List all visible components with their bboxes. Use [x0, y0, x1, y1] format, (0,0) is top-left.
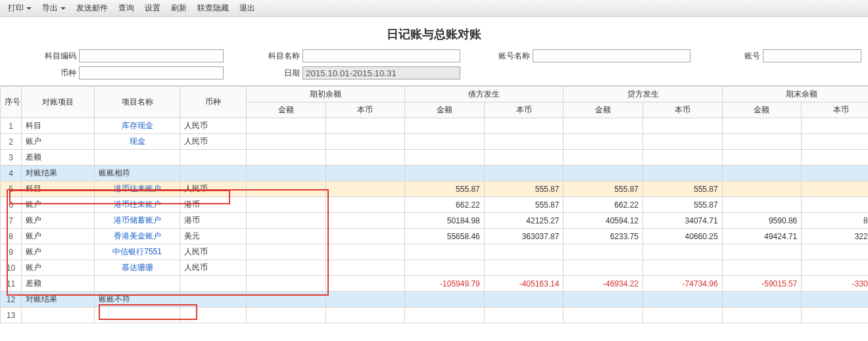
- cell: 9590.86: [722, 213, 802, 229]
- cell: 美元: [180, 229, 247, 244]
- cell: [246, 229, 326, 244]
- cell: 55658.46: [405, 229, 485, 244]
- reconcile-table: 序号 对账项目 项目名称 币种 期初余额 借方发生 贷方发生 期末余额 金额 本…: [0, 86, 868, 323]
- cell: 账户: [22, 260, 95, 276]
- project-link[interactable]: 港币储蓄账户: [99, 215, 176, 226]
- col-currency[interactable]: 币种: [180, 87, 247, 118]
- cell: [246, 134, 326, 150]
- col-item[interactable]: 对账项目: [22, 87, 95, 118]
- table-row[interactable]: 3差额: [1, 150, 869, 166]
- cell: [564, 260, 643, 276]
- col-debit[interactable]: 借方发生: [405, 87, 564, 102]
- col-debit-amount[interactable]: 金额: [405, 102, 485, 118]
- col-close[interactable]: 期末余额: [722, 87, 868, 102]
- cell: 555.87: [484, 197, 564, 213]
- cell: [802, 244, 868, 260]
- cell: 2: [1, 134, 22, 150]
- cell: [722, 307, 802, 323]
- cell: 8: [1, 229, 22, 244]
- project-link[interactable]: 库存现金: [99, 120, 176, 131]
- cell: 港币往来账户: [94, 181, 180, 197]
- col-open[interactable]: 期初余额: [246, 87, 404, 102]
- toolbar-发送邮件[interactable]: 发送邮件: [71, 0, 113, 16]
- toolbar-退出[interactable]: 退出: [234, 0, 260, 16]
- cell: 慕达珊珊: [94, 260, 180, 276]
- cell: 人民币: [180, 181, 247, 197]
- project-link[interactable]: 香港美金账户: [99, 231, 176, 242]
- toolbar-查询[interactable]: 查询: [113, 0, 139, 16]
- subject-name-input[interactable]: [302, 49, 460, 62]
- cell: 人民币: [180, 134, 247, 150]
- cell: [326, 276, 405, 292]
- account-no-input[interactable]: [763, 49, 861, 62]
- cell: [484, 150, 564, 166]
- cell: [326, 213, 405, 229]
- table-row[interactable]: 2账户现金人民币: [1, 134, 869, 150]
- cell: [802, 260, 868, 276]
- col-open-base[interactable]: 本币: [326, 102, 405, 118]
- table-row[interactable]: 6账户港币往来账户港币662.22555.87662.22555.87: [1, 197, 869, 213]
- table-row[interactable]: 9账户中信银行7551人民币: [1, 244, 869, 260]
- toolbar-导出[interactable]: 导出: [37, 0, 71, 16]
- table-row[interactable]: 4对账结果账账相符: [1, 166, 869, 181]
- col-credit[interactable]: 贷方发生: [564, 87, 722, 102]
- cell: [643, 260, 723, 276]
- table-row[interactable]: 13: [1, 307, 869, 323]
- cell: 账户: [22, 244, 95, 260]
- cell: [180, 307, 247, 323]
- col-seq[interactable]: 序号: [1, 87, 22, 118]
- cell: 香港美金账户: [94, 229, 180, 244]
- project-link[interactable]: 现金: [99, 136, 176, 147]
- cell: [802, 292, 868, 307]
- table-row[interactable]: 1科目库存现金人民币: [1, 118, 869, 134]
- table-row[interactable]: 11差额-105949.79-405163.14-46934.22-74734.…: [1, 276, 869, 292]
- table-row[interactable]: 7账户港币储蓄账户港币50184.9842125.2740594.1234074…: [1, 213, 869, 229]
- cell: 港币储蓄账户: [94, 213, 180, 229]
- cell: [22, 307, 95, 323]
- cell: [326, 150, 405, 166]
- cell: [643, 244, 723, 260]
- table-row[interactable]: 5科目港币往来账户人民币555.87555.87555.87555.87: [1, 181, 869, 197]
- cell: [484, 260, 564, 276]
- col-credit-base[interactable]: 本币: [643, 102, 723, 118]
- col-close-amount[interactable]: 金额: [722, 102, 802, 118]
- cell: [564, 150, 643, 166]
- account-name-input[interactable]: [533, 49, 690, 62]
- cell: [94, 276, 180, 292]
- account-no-label: 账号: [736, 51, 763, 62]
- cell: 港币: [180, 197, 247, 213]
- toolbar-联查隐藏[interactable]: 联查隐藏: [192, 0, 234, 16]
- col-debit-base[interactable]: 本币: [484, 102, 564, 118]
- cell: 人民币: [180, 260, 247, 276]
- col-credit-amount[interactable]: 金额: [564, 102, 643, 118]
- col-close-base[interactable]: 本币: [802, 102, 868, 118]
- date-input[interactable]: [302, 66, 460, 80]
- toolbar-刷新[interactable]: 刷新: [166, 0, 192, 16]
- toolbar: 打印导出发送邮件查询设置刷新联查隐藏退出: [0, 0, 868, 17]
- cell: [94, 150, 180, 166]
- cell: [326, 229, 405, 244]
- table-row[interactable]: 10账户慕达珊珊人民币: [1, 260, 869, 276]
- cell: 805: [802, 213, 868, 229]
- cell: 555.87: [564, 181, 643, 197]
- currency-input[interactable]: [79, 66, 224, 80]
- project-link[interactable]: 港币往来账户: [99, 183, 176, 194]
- cell: 账账相符: [94, 166, 180, 181]
- cell: 662.22: [405, 197, 485, 213]
- project-link[interactable]: 中信银行7551: [99, 246, 176, 258]
- cell: 6: [1, 197, 22, 213]
- cell: [326, 197, 405, 213]
- project-link[interactable]: 慕达珊珊: [99, 262, 176, 273]
- toolbar-打印[interactable]: 打印: [3, 0, 37, 16]
- cell: [564, 307, 643, 323]
- project-link[interactable]: 港币往来账户: [99, 199, 176, 210]
- subject-code-input[interactable]: [79, 49, 224, 62]
- table-row[interactable]: 12对账结果账账不符: [1, 292, 869, 307]
- cell: 港币: [180, 213, 247, 229]
- col-name[interactable]: 项目名称: [94, 87, 180, 118]
- cell: 34074.71: [643, 213, 723, 229]
- col-open-amount[interactable]: 金额: [246, 102, 326, 118]
- table-row[interactable]: 8账户香港美金账户美元55658.46363037.876233.7540660…: [1, 229, 869, 244]
- cell: [405, 260, 485, 276]
- toolbar-设置[interactable]: 设置: [139, 0, 166, 16]
